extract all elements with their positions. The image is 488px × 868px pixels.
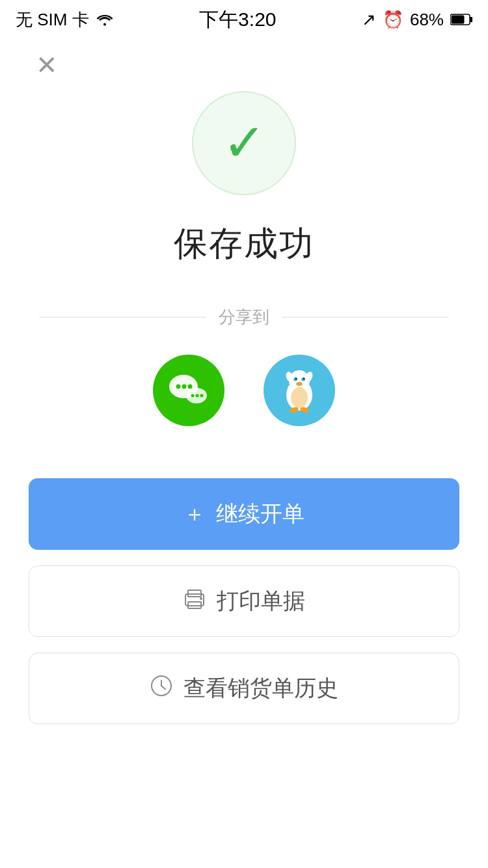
close-button[interactable]: ✕ [29,47,65,83]
print-button[interactable]: 打印单据 [29,565,459,637]
svg-point-6 [188,385,193,389]
svg-point-5 [182,385,187,389]
wechat-share-button[interactable] [153,355,224,426]
share-icons-row [153,355,335,426]
history-button[interactable]: 查看销货单历史 [29,653,459,724]
svg-rect-1 [470,17,472,22]
printer-icon [183,588,206,615]
svg-point-4 [176,385,181,389]
main-content: ✓ 保存成功 分享到 [0,39,488,724]
qq-share-button[interactable] [264,355,335,426]
status-left: 无 SIM 卡 [16,8,114,31]
print-label: 打印单据 [217,586,305,616]
location-icon: ↗ [362,10,376,30]
checkmark-icon: ✓ [223,117,266,169]
svg-point-18 [291,387,308,408]
close-icon: ✕ [36,52,58,78]
battery-icon [450,14,472,25]
status-right: ↗ ⏰ 68% [362,10,472,30]
success-icon-circle: ✓ [192,91,296,195]
action-buttons: ＋ 继续开单 打印单据 [0,478,488,724]
divider-line-right [282,317,449,318]
history-label: 查看销货单历史 [183,673,338,703]
battery-text: 68% [410,10,444,30]
status-time: 下午3:20 [199,7,276,33]
divider-line-left [39,317,206,318]
no-sim-text: 无 SIM 卡 [16,8,89,31]
clock-icon [150,674,173,703]
svg-point-26 [200,597,202,600]
qq-icon [278,368,320,413]
alarm-icon: ⏰ [383,10,403,30]
share-divider: 分享到 [0,306,488,329]
svg-point-10 [200,394,204,398]
status-bar: 无 SIM 卡 下午3:20 ↗ ⏰ 68% [0,0,488,39]
continue-button[interactable]: ＋ 继续开单 [29,478,459,550]
svg-rect-2 [451,16,464,24]
continue-label: 继续开单 [216,499,305,529]
svg-point-16 [303,378,305,380]
plus-icon: ＋ [183,499,206,529]
wechat-icon [167,371,211,410]
svg-point-15 [295,378,297,380]
svg-point-8 [191,394,195,398]
svg-point-17 [296,382,303,386]
success-title: 保存成功 [174,221,314,267]
share-label: 分享到 [206,306,282,329]
svg-line-29 [161,686,165,689]
svg-point-9 [196,394,199,398]
wifi-icon [96,12,114,27]
